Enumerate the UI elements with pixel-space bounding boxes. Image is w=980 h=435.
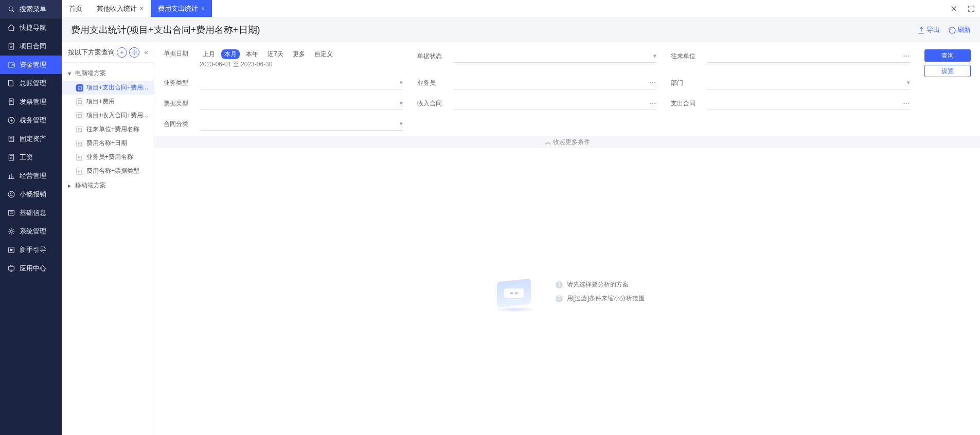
scheme-add-button[interactable]: + <box>117 47 127 58</box>
sidebar-item-xiaochang[interactable]: 小畅报销 <box>0 185 62 204</box>
chevron-down-icon: ▾ <box>400 120 403 127</box>
sidebar-item-fund[interactable]: 资金管理 <box>0 56 62 74</box>
filter-status[interactable]: 单据状态 ▾ <box>417 49 656 63</box>
fullscreen-button[interactable] <box>963 0 980 17</box>
scheme-settings-button[interactable] <box>129 47 139 58</box>
tabbar: 首页其他收入统计×费用支出统计× <box>62 0 980 17</box>
filter-billtype[interactable]: 票据类型 ▾ <box>164 97 403 110</box>
filter-partner[interactable]: 往来单位 ··· <box>671 49 910 63</box>
sidebar-item-label: 税务管理 <box>20 116 46 125</box>
date-pill[interactable]: 近7天 <box>264 49 287 59</box>
tab-home[interactable]: 首页 <box>62 0 90 17</box>
sidebar-item-appcenter[interactable]: 应用中心 <box>0 259 62 278</box>
label: 往来单位 <box>671 52 702 61</box>
empty-illustration <box>490 266 541 317</box>
date-pill[interactable]: 本年 <box>243 49 261 59</box>
filter-contract-class[interactable]: 合同分类 ▾ <box>164 117 403 131</box>
close-icon[interactable]: × <box>201 5 205 12</box>
empty-step-1: 1请先选择要分析的方案 <box>556 280 645 289</box>
refresh-button[interactable]: 刷新 <box>948 25 971 34</box>
filter-salesman[interactable]: 业务员 ··· <box>417 76 656 89</box>
date-pill-group: 上月本月本年近7天更多自定义 <box>200 49 336 59</box>
scheme-head: 按以下方案查询 + « <box>62 42 154 63</box>
sidebar-item-base[interactable]: 基础信息 <box>0 204 62 222</box>
settings-button[interactable]: 设置 <box>924 65 971 77</box>
tab-label: 其他收入统计 <box>97 4 137 13</box>
sidebar-item-label: 快捷导航 <box>20 23 46 32</box>
scheme-leaf-label: 业务员+费用名称 <box>86 153 133 161</box>
close-icon[interactable]: × <box>140 5 144 12</box>
filter-income-contract[interactable]: 收入合同 ··· <box>417 97 656 110</box>
export-label: 导出 <box>926 25 940 34</box>
date-pill[interactable]: 本月 <box>221 49 240 59</box>
scheme-group-label: 移动端方案 <box>75 181 106 190</box>
scheme-leaf[interactable]: ◱费用名称+日期 <box>62 136 154 150</box>
scheme-leaf[interactable]: ◱项目+费用 <box>62 95 154 108</box>
scheme-leaf-icon: ◱ <box>76 126 83 133</box>
tab-other-income[interactable]: 其他收入统计× <box>90 0 151 17</box>
calc-icon <box>7 153 15 161</box>
empty-state: 1请先选择要分析的方案 2用[过滤]条件来缩小分析范围 <box>154 148 980 435</box>
sidebar-item-label: 新手引导 <box>20 245 46 255</box>
sidebar-item-ledger[interactable]: 总账管理 <box>0 74 62 93</box>
sidebar-item-label: 基础信息 <box>20 208 46 218</box>
filter-dept[interactable]: 部门 ▾ <box>671 76 910 89</box>
export-button[interactable]: 导出 <box>917 25 940 34</box>
scheme-leaf-label: 项目+支出合同+费用... <box>86 83 148 92</box>
filter-biztype[interactable]: 业务类型 ▾ <box>164 76 403 89</box>
svg-rect-8 <box>9 210 14 215</box>
scheme-group[interactable]: ▾电脑端方案 <box>62 66 154 81</box>
export-icon <box>917 26 924 33</box>
building-icon <box>7 135 15 143</box>
receipt-icon <box>7 98 15 106</box>
sidebar-item-label: 固定资产 <box>20 134 46 143</box>
sidebar-item-system[interactable]: 系统管理 <box>0 222 62 241</box>
scheme-leaf[interactable]: ◱往来单位+费用名称 <box>62 122 154 136</box>
scheme-leaf-label: 费用名称+票据类型 <box>86 167 139 175</box>
action-column: 查询 设置 <box>924 49 971 77</box>
svg-point-9 <box>10 230 12 232</box>
chevron-down-icon: ▾ <box>400 79 403 86</box>
scheme-leaf-label: 项目+收入合同+费用... <box>86 111 148 120</box>
scheme-leaf-icon: ◱ <box>76 154 83 161</box>
filter-expense-contract[interactable]: 支出合同 ··· <box>671 97 910 110</box>
filter-and-body: 单据日期 上月本月本年近7天更多自定义 2023-06-01 至 2023-06… <box>154 42 980 435</box>
refresh-icon <box>948 26 955 33</box>
tv-icon <box>7 264 15 273</box>
tab-expense[interactable]: 费用支出统计× <box>151 0 212 17</box>
scheme-leaf[interactable]: ◱费用名称+票据类型 <box>62 164 154 178</box>
scheme-leaf[interactable]: ◱项目+支出合同+费用... <box>62 81 154 95</box>
date-pill[interactable]: 更多 <box>290 49 308 59</box>
scheme-leaf-label: 项目+费用 <box>86 97 115 106</box>
tax-icon <box>7 116 15 124</box>
scheme-group[interactable]: ▸移动端方案 <box>62 178 154 193</box>
scheme-collapse-button[interactable]: « <box>141 48 151 57</box>
tab-close-all[interactable] <box>945 0 963 17</box>
scheme-leaf-icon: ◱ <box>76 140 83 147</box>
sidebar-item-label: 发票管理 <box>20 97 46 106</box>
sidebar-item-guide[interactable]: 新手引导 <box>0 241 62 259</box>
scheme-leaf[interactable]: ◱业务员+费用名称 <box>62 150 154 164</box>
query-button[interactable]: 查询 <box>924 49 971 62</box>
sidebar: 搜索菜单快捷导航项目合同资金管理总账管理发票管理税务管理固定资产工资经营管理小畅… <box>0 0 62 435</box>
chevron-down-icon: ▾ <box>653 52 656 59</box>
sidebar-item-quicknav[interactable]: 快捷导航 <box>0 19 62 37</box>
scheme-leaf[interactable]: ◱项目+收入合同+费用... <box>62 108 154 122</box>
sidebar-item-project[interactable]: 项目合同 <box>0 37 62 56</box>
sidebar-item-search[interactable]: 搜索菜单 <box>0 0 62 19</box>
main: 首页其他收入统计×费用支出统计× 费用支出统计(项目+支出合同+费用名称+日期)… <box>62 0 980 435</box>
sidebar-item-operate[interactable]: 经营管理 <box>0 167 62 185</box>
collapse-filters-bar[interactable]: ︽ 收起更多条件 <box>154 136 980 148</box>
date-pill[interactable]: 上月 <box>200 49 218 59</box>
more-icon: ··· <box>650 79 656 86</box>
sidebar-item-salary[interactable]: 工资 <box>0 148 62 167</box>
date-pill[interactable]: 自定义 <box>311 49 336 59</box>
play-icon <box>7 246 15 254</box>
sidebar-item-invoice[interactable]: 发票管理 <box>0 93 62 111</box>
chevron-down-icon: ▾ <box>400 100 403 106</box>
sidebar-item-asset[interactable]: 固定资产 <box>0 130 62 148</box>
sidebar-item-tax[interactable]: 税务管理 <box>0 111 62 130</box>
sidebar-item-label: 经营管理 <box>20 171 46 180</box>
filter-date-label: 单据日期 <box>164 49 194 58</box>
sidebar-item-label: 资金管理 <box>20 60 46 69</box>
